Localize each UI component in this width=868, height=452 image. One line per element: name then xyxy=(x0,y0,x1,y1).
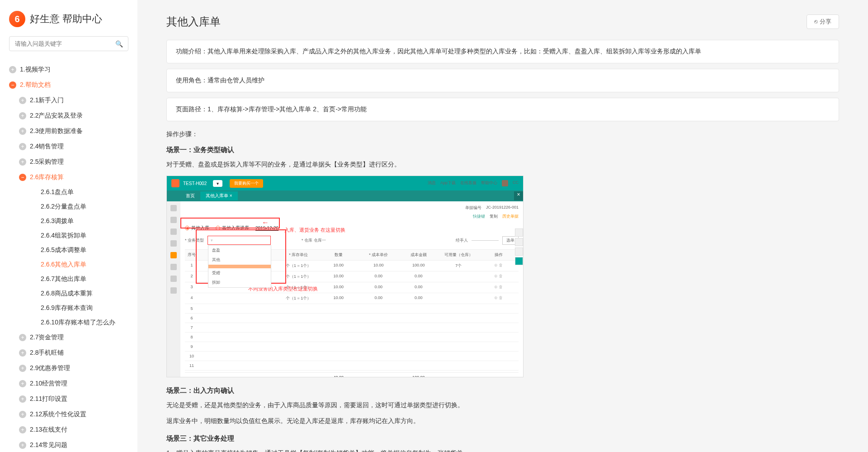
ss-filter-label: * 业务类型 xyxy=(185,238,204,243)
nav-install-login[interactable]: +2.2产品安装及登录 xyxy=(19,108,128,124)
nav-help-docs[interactable]: −2.帮助文档 xyxy=(9,77,128,93)
ss-radio-label: 其他入库 xyxy=(191,225,209,231)
intro-text: 其他入库单用来处理除采购入库、产成品入库之外的其他入库业务，因此其他入库单可处理… xyxy=(208,48,701,55)
intro-label: 功能介绍： xyxy=(176,48,208,55)
nav-2-6-4[interactable]: 2.6.4组装拆卸单 xyxy=(41,228,128,243)
nav-2-6-10[interactable]: 2.6.10库存账本错了怎么办 xyxy=(41,315,128,330)
nav-label: 2.7资金管理 xyxy=(30,333,64,342)
ss-header-item: CC xyxy=(513,180,519,186)
nav-label: 2.6.10库存账本错了怎么办 xyxy=(41,319,115,327)
plus-icon: + xyxy=(19,426,26,433)
ss-side-icon xyxy=(170,240,177,247)
scene1-text: 对于受赠、盘盈或是拆装入库等不同的业务，是通过单据头【业务类型】进行区分。 xyxy=(166,159,839,170)
role-label: 使用角色： xyxy=(176,76,208,84)
nav-print[interactable]: +2.11打印设置 xyxy=(19,391,128,407)
ss-buy-button: 我要购买一个 xyxy=(230,179,263,188)
plus-icon: + xyxy=(9,66,16,73)
nav-2-6-1[interactable]: 2.6.1盘点单 xyxy=(41,185,128,200)
scene1-title: 场景一：业务类型确认 xyxy=(166,146,839,154)
nav-label: 2.帮助文档 xyxy=(20,81,51,89)
ss-toolbar-item: 历史单据 xyxy=(502,214,519,219)
nav-coupons[interactable]: +2.9优惠券管理 xyxy=(19,361,128,376)
ss-logo-icon xyxy=(171,179,179,187)
nav-label: 2.6.1盘点单 xyxy=(41,188,74,196)
nav-purchase[interactable]: +2.5采购管理 xyxy=(19,154,128,170)
ss-header-item: 在线客服 xyxy=(460,180,476,186)
nav-label: 2.6.7其他出库单 xyxy=(41,275,86,283)
search-icon[interactable]: 🔍 xyxy=(115,40,123,48)
nav-video-learning[interactable]: +1.视频学习 xyxy=(9,62,128,77)
ss-side-icon xyxy=(170,287,177,294)
nav-label: 2.13在线支付 xyxy=(30,426,67,434)
ss-side-icon xyxy=(170,252,177,258)
nav-inventory[interactable]: −2.6库存核算 xyxy=(19,170,128,185)
ss-warehouse: * 仓库 仓库一 xyxy=(302,238,326,243)
nav-2-6-2[interactable]: 2.6.2分量盘点单 xyxy=(41,200,128,214)
logo-text: 好生意 帮助中心 xyxy=(30,12,102,26)
nav-2-6-5[interactable]: 2.6.5成本调整单 xyxy=(41,243,128,257)
ss-radio-label: 其他入库退库 xyxy=(222,225,249,231)
ss-header-item: 帮助中心 xyxy=(481,180,497,186)
nav-system[interactable]: +2.12系统个性化设置 xyxy=(19,407,128,422)
plus-icon: + xyxy=(19,411,26,418)
logo-icon: 6 xyxy=(9,11,25,27)
nav-label: 2.9优惠券管理 xyxy=(30,364,70,372)
nav-2-6-7[interactable]: 2.6.7其他出库单 xyxy=(41,272,128,286)
ss-tab-home: 首页 xyxy=(180,191,200,200)
ss-dd-item: 受赠 xyxy=(208,268,271,278)
ss-close-icon: × xyxy=(514,191,523,200)
logo-area[interactable]: 6 好生意 帮助中心 xyxy=(9,11,128,27)
nav-operations[interactable]: +2.10经营管理 xyxy=(19,376,128,391)
minus-icon: − xyxy=(9,81,16,89)
ss-radio-icon xyxy=(185,226,189,230)
plus-icon: + xyxy=(19,395,26,403)
plus-icon: + xyxy=(19,143,26,150)
ss-header-item: App下载 xyxy=(440,180,456,186)
nav-label: 2.6.5成本调整单 xyxy=(41,246,86,254)
nav-getting-started[interactable]: +2.1新手入门 xyxy=(19,93,128,108)
nav-sales[interactable]: +2.4销售管理 xyxy=(19,139,128,154)
nav-2-6-6[interactable]: 2.6.6其他入库单 xyxy=(41,257,128,272)
ss-rside-icon xyxy=(515,257,523,265)
nav-label: 2.5采购管理 xyxy=(30,158,64,166)
nav-label: 2.8手机旺铺 xyxy=(30,349,64,357)
scene2-title: 场景二：出入方向确认 xyxy=(166,386,839,395)
search-input[interactable] xyxy=(9,36,128,51)
nav-payment[interactable]: +2.13在线支付 xyxy=(19,422,128,438)
nav-label: 1.视频学习 xyxy=(20,66,51,74)
nav-label: 2.10经营管理 xyxy=(30,380,67,388)
path-text: 1、库存核算->库存管理->其他入库单 2、首页->常用功能 xyxy=(208,105,367,113)
nav-mobile-shop[interactable]: +2.8手机旺铺 xyxy=(19,345,128,361)
ss-rside-icon xyxy=(515,228,523,237)
nav-funds[interactable]: +2.7资金管理 xyxy=(19,330,128,345)
nav-label: 2.6.4组装拆卸单 xyxy=(41,232,86,240)
nav-data-prep[interactable]: +2.3使用前数据准备 xyxy=(19,124,128,139)
ss-radio-icon xyxy=(216,226,220,230)
path-box: 页面路径：1、库存核算->库存管理->其他入库单 2、首页->常用功能 xyxy=(166,98,839,121)
nav-label: 2.4销售管理 xyxy=(30,143,64,151)
nav-label: 2.1新手入门 xyxy=(30,96,64,105)
ss-dd-item: 拆卸 xyxy=(208,278,271,287)
ss-toolbar-item: 复制 xyxy=(490,214,498,219)
intro-box: 功能介绍：其他入库单用来处理除采购入库、产成品入库之外的其他入库业务，因此其他入… xyxy=(166,40,839,63)
nav-faq[interactable]: +2.14常见问题 xyxy=(19,438,128,452)
ss-annotation-text: 入库、退货业务 在这里切换 xyxy=(284,227,345,233)
main-content: 其他入库单 ⎋ 分享 功能介绍：其他入库单用来处理除采购入库、产成品入库之外的其… xyxy=(137,0,868,452)
ss-handler-label: 经手人 xyxy=(456,238,468,243)
ss-doc-label: 单据编号 xyxy=(465,205,481,211)
nav-2-6-9[interactable]: 2.6.9库存账本查询 xyxy=(41,301,128,315)
nav-2-6-8[interactable]: 2.6.8商品成本重算 xyxy=(41,286,128,301)
role-text: 通常由仓管人员维护 xyxy=(208,76,264,84)
plus-icon: + xyxy=(19,112,26,119)
ss-tab-current: 其他入库单 × xyxy=(200,191,238,200)
plus-icon: + xyxy=(19,97,26,104)
nav-label: 2.6库存核算 xyxy=(30,173,64,181)
steps-label: 操作步骤： xyxy=(166,130,839,138)
nav-2-6-3[interactable]: 2.6.3调拨单 xyxy=(41,214,128,228)
ss-dd-item: 其他 xyxy=(208,255,271,265)
ss-dd-item: 盘盈 xyxy=(208,246,271,255)
ss-dropdown-icon: ▾ xyxy=(213,180,222,187)
nav-label: 2.2产品安装及登录 xyxy=(30,112,83,120)
share-button[interactable]: ⎋ 分享 xyxy=(807,14,839,29)
ss-sum-qty: 40.00 xyxy=(319,373,359,377)
